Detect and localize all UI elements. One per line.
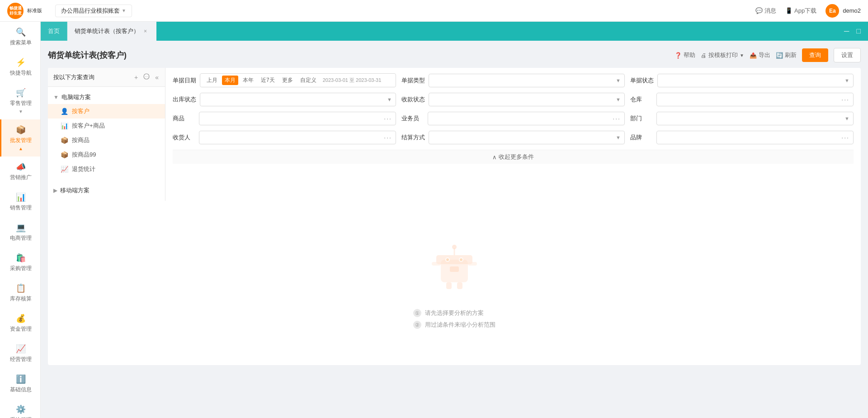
refresh-icon: 🔄 (776, 52, 783, 59)
filter-content: 单据日期 上月 本月 本年 近7天 更多 自定义 (165, 68, 861, 201)
app-download-button[interactable]: 📱 App下载 (785, 7, 816, 15)
chevron-down-icon: ▼ (122, 8, 126, 13)
filter-label-settlement: 结算方式 (401, 133, 425, 142)
sidebar-item-ecommerce[interactable]: 💻 电商管理 (0, 217, 40, 247)
settlement-dropdown[interactable]: ▼ (429, 131, 625, 144)
sidebar-item-operations[interactable]: 📈 经营管理 (0, 338, 40, 369)
query-button[interactable]: 查询 (802, 48, 828, 62)
empty-tip-1-text: 请先选择要分析的方案 (425, 309, 484, 317)
department-dropdown[interactable]: ▼ (656, 112, 854, 125)
chevron-down-icon: ▼ (387, 97, 392, 102)
product-picker[interactable]: ··· (199, 112, 396, 125)
settings-button[interactable]: 设置 (834, 48, 861, 62)
scheme-item-label: 按商品 (72, 136, 90, 144)
collapse-scheme-button[interactable]: « (154, 73, 160, 82)
filter-label-payment: 收款状态 (401, 95, 425, 104)
sidebar-item-retail[interactable]: 🛒 零售管理 ▼ (0, 82, 40, 119)
warehouse-picker[interactable]: ··· (656, 93, 854, 106)
edit-scheme-button[interactable]: ⋯ (142, 72, 151, 82)
brand-picker[interactable]: ··· (656, 131, 854, 144)
help-button[interactable]: ❓ 帮助 (675, 51, 695, 59)
date-tab-this-month[interactable]: 本月 (222, 76, 238, 85)
sidebar-item-basic[interactable]: ℹ️ 基础信息 (0, 369, 40, 399)
sidebar-item-label: 资金管理 (10, 325, 32, 333)
tab-sales-stats[interactable]: 销货单统计表（按客户） × (67, 22, 156, 41)
dots-icon: ··· (384, 115, 392, 122)
search-icon: 🔍 (16, 27, 26, 37)
scheme-item-by-customer[interactable]: 👤 按客户 (48, 104, 165, 119)
filter-row-3: 商品 ··· 业务员 ··· (173, 112, 854, 125)
computer-icon: 💻 (16, 223, 26, 233)
receiver-picker[interactable]: ··· (199, 131, 396, 144)
collapse-filters-button[interactable]: ∧ 收起更多条件 (173, 150, 854, 164)
user-menu[interactable]: Ea demo2 (826, 4, 861, 18)
sidebar-item-search-menu[interactable]: 🔍 搜索菜单 (0, 22, 40, 52)
scheme-group-desktop-title[interactable]: ▼ 电脑端方案 (48, 90, 165, 104)
scheme-item-label: 按客户+商品 (72, 122, 105, 130)
user-name: demo2 (843, 7, 861, 14)
filter-label-brand: 品牌 (630, 133, 653, 142)
sidebar-item-inventory[interactable]: 📋 库存核算 (0, 278, 40, 308)
filter-field-department: 部门 ▼ (630, 112, 854, 125)
order-type-dropdown[interactable]: ▼ (429, 74, 625, 87)
box-icon-2: 📦 (61, 151, 68, 158)
tip-num-1: ① (413, 309, 421, 317)
filter-panel: 按以下方案查询 + ⋯ « (48, 68, 861, 201)
sidebar-item-finance[interactable]: 💰 资金管理 (0, 308, 40, 338)
scheme-item-by-customer-product[interactable]: 📊 按客户+商品 (48, 119, 165, 133)
date-tab-last-7[interactable]: 近7天 (258, 76, 278, 85)
sidebar-item-label: 系统管理 (10, 416, 32, 418)
date-tab-this-year[interactable]: 本年 (240, 76, 256, 85)
minimize-button[interactable]: ─ (842, 25, 851, 37)
svg-point-7 (460, 258, 462, 261)
sidebar-item-wholesale[interactable]: 📦 批发管理 ▲ (0, 119, 40, 157)
scheme-item-by-product-99[interactable]: 📦 按商品99 (48, 147, 165, 162)
industry-selector[interactable]: 办公用品行业模拟账套 ▼ (55, 5, 132, 17)
delivery-status-dropdown[interactable]: ▼ (200, 93, 396, 106)
sidebar-item-system[interactable]: ⚙️ 系统管理 (0, 399, 40, 418)
date-tab-custom[interactable]: 自定义 (297, 76, 319, 85)
date-tab-more[interactable]: 更多 (279, 76, 296, 85)
order-status-dropdown[interactable]: ▼ (657, 74, 854, 87)
staff-picker[interactable]: ··· (428, 112, 625, 125)
sidebar-item-label: 批发管理 (10, 137, 32, 144)
svg-text:⋯: ⋯ (145, 75, 149, 79)
svg-rect-12 (468, 262, 477, 266)
sidebar-item-purchase[interactable]: 🛍️ 采购管理 (0, 247, 40, 278)
scheme-group-mobile-title[interactable]: ▶ 移动端方案 (48, 184, 165, 197)
sidebar-item-quick-nav[interactable]: ⚡ 快捷导航 (0, 52, 40, 82)
logo-area: 畅捷通好生意 标准版 (7, 3, 48, 19)
scheme-item-return-stats[interactable]: 📈 退货统计 (48, 162, 165, 176)
info-icon: ℹ️ (16, 374, 26, 384)
sidebar-item-marketing[interactable]: 📣 营销推广 (0, 157, 40, 187)
sidebar-item-sales[interactable]: 📊 销售管理 (0, 187, 40, 217)
filter-label-order-status: 单据状态 (630, 76, 654, 85)
scheme-group-mobile: ▶ 移动端方案 (48, 180, 165, 201)
maximize-button[interactable]: □ (854, 25, 863, 37)
scheme-item-by-product[interactable]: 📦 按商品 (48, 133, 165, 147)
scheme-group-label: 移动端方案 (60, 186, 90, 195)
refresh-button[interactable]: 🔄 刷新 (776, 51, 797, 59)
add-scheme-button[interactable]: + (133, 73, 139, 82)
chevron-down-icon: ▼ (616, 135, 621, 140)
dots-icon: ··· (613, 115, 621, 122)
tabs-bar: 首页 销货单统计表（按客户） × ─ □ (41, 22, 868, 41)
template-print-button[interactable]: 🖨 按模板打印 ▼ (701, 51, 744, 59)
empty-tips: ① 请先选择要分析的方案 ② 用过滤条件来缩小分析范围 (413, 309, 495, 329)
tab-close-icon[interactable]: × (142, 27, 149, 35)
tab-home[interactable]: 首页 (41, 22, 67, 41)
messages-button[interactable]: 💬 消息 (755, 7, 776, 15)
filter-row-4: 收货人 ··· 结算方式 ▼ (173, 131, 854, 144)
scheme-item-label: 按客户 (72, 107, 90, 115)
date-tab-last-month[interactable]: 上月 (204, 76, 220, 85)
scheme-group-desktop: ▼ 电脑端方案 👤 按客户 📊 按客户+商品 (48, 87, 165, 180)
export-button[interactable]: 📤 导出 (750, 51, 770, 59)
page-title: 销货单统计表(按客户) (48, 50, 127, 61)
chart-icon: 📊 (16, 192, 26, 202)
person-icon: 👤 (61, 108, 68, 115)
filter-field-brand: 品牌 ··· (630, 131, 854, 144)
filter-field-payment: 收款状态 ▼ (401, 93, 625, 106)
sidebar-item-label: 搜索菜单 (10, 39, 32, 47)
payment-status-dropdown[interactable]: ▼ (429, 93, 625, 106)
date-filter[interactable]: 上月 本月 本年 近7天 更多 自定义 2023-03-01 至 2023-03… (200, 73, 396, 87)
